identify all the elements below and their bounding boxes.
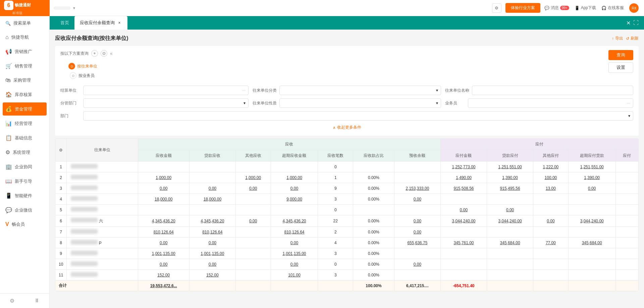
ap_amount-cell[interactable]: 0.00 <box>440 205 487 215</box>
scheme-item-partner[interactable]: ⊙ 按往来单位 <box>68 61 633 71</box>
ap_loan-cell[interactable]: 0.00 <box>487 205 533 215</box>
ar_overdue-cell[interactable]: 0.00 <box>271 183 318 194</box>
ap_overdue-cell[interactable]: 345,684.00 <box>568 237 615 248</box>
filter-add-button[interactable]: + <box>91 50 98 57</box>
sidebar-item-corp[interactable]: 🏢 企业协同 <box>0 160 49 174</box>
ar_overdue-cell[interactable]: 101.00 <box>271 270 318 280</box>
tab-expand-icon[interactable]: ⛶ <box>633 20 639 26</box>
ar_count-cell[interactable]: 3 <box>318 248 353 259</box>
gear-button[interactable]: ⚙ <box>492 3 501 13</box>
ar_advance-cell[interactable]: 2,153,333.00 <box>394 183 440 194</box>
ar_amount-cell[interactable]: 152.00 <box>138 270 189 280</box>
filter-scheme-button[interactable]: ⊙ <box>101 50 107 57</box>
ar_loan-cell[interactable]: 810,126.64 <box>189 227 235 237</box>
ar_advance-cell[interactable]: 0.00 <box>394 194 440 205</box>
ar_overdue-cell[interactable]: 1,001,135.00 <box>271 248 318 259</box>
ar_advance-cell[interactable]: 0.00 <box>394 215 440 227</box>
ar_count-cell[interactable]: 3 <box>318 194 353 205</box>
ar_overdue-cell[interactable]: 4,345,436.20 <box>271 215 318 227</box>
partner-nature-select[interactable]: ▾ <box>279 98 441 108</box>
ar_count-cell[interactable]: 0 <box>318 205 353 215</box>
ap_other-cell[interactable]: 13.00 <box>533 183 569 194</box>
sidebar-collapse-icon[interactable]: ⏸ <box>34 298 40 304</box>
ap_other-cell[interactable]: 1,222.00 <box>533 162 569 172</box>
query-button[interactable]: 查询 <box>608 50 633 60</box>
scheme-item-salesperson[interactable]: ⊙ 按业务员 <box>68 71 633 80</box>
ar_count-cell[interactable]: 4 <box>318 237 353 248</box>
online-service-button[interactable]: 🎧 在线客服 <box>601 5 624 11</box>
th-setting[interactable]: ⚙ <box>55 139 67 162</box>
ar_amount-cell[interactable]: 0.00 <box>138 237 189 248</box>
ar_count-cell[interactable]: 22 <box>318 215 353 227</box>
ap_other-cell[interactable]: 0.00 <box>533 215 569 227</box>
ar_overdue-cell[interactable]: 810,126.64 <box>271 227 318 237</box>
ar_loan-cell[interactable]: 0.00 <box>189 237 235 248</box>
ar_ratio-cell[interactable]: 0.00% <box>353 227 394 237</box>
ap_overdue-cell[interactable]: 1,251,551.00 <box>568 162 615 172</box>
sidebar-item-wechat[interactable]: 💬 企业微信 <box>0 203 49 217</box>
ar_amount-cell[interactable]: 18,000.00 <box>138 194 189 205</box>
ar_ratio-cell[interactable]: 0.00% <box>353 270 394 280</box>
sidebar-item-sales[interactable]: 🛒 销售管理 <box>0 59 49 73</box>
ar_advance-cell[interactable]: 0.00 <box>394 259 440 270</box>
ar_count-cell[interactable]: 9 <box>318 183 353 194</box>
ap_overdue-cell[interactable]: 0.00 <box>568 183 615 194</box>
sidebar-item-system[interactable]: ⚙ 系统管理 <box>0 145 49 160</box>
ar_loan-cell[interactable]: 18,000.00 <box>189 194 235 205</box>
app-download-button[interactable]: 📱 App下载 <box>575 5 596 11</box>
sidebar-item-purchase[interactable]: 🛍 采购管理 <box>0 73 49 87</box>
ar_loan-cell[interactable]: 1,001,135.00 <box>189 248 235 259</box>
collapse-more-button[interactable]: ∧ 收起更多条件 <box>60 123 633 132</box>
ar_overdue-cell[interactable]: 0.00 <box>271 237 318 248</box>
ap_overdue-cell[interactable]: 3,044,240.00 <box>568 215 615 227</box>
ar_count-cell[interactable]: 0 <box>318 162 353 172</box>
ar_advance-cell[interactable]: 0.00 <box>394 227 440 237</box>
ar_advance-cell[interactable]: 655,636.75 <box>394 237 440 248</box>
sidebar-item-finance[interactable]: 💰 资金管理 <box>3 102 47 116</box>
ar_loan-cell[interactable]: 152.00 <box>189 270 235 280</box>
ar_count-cell[interactable]: 3 <box>318 270 353 280</box>
partner-category-select[interactable]: ▾ <box>279 86 441 95</box>
sidebar-item-marketing[interactable]: 📢 营销推广 <box>0 44 49 59</box>
ar_amount-cell[interactable]: 1,001,135.00 <box>138 248 189 259</box>
ap_amount-cell[interactable]: 345,761.00 <box>440 237 487 248</box>
ar_amount-cell[interactable]: 4,345,436.20 <box>138 215 189 227</box>
sidebar-item-device[interactable]: 📱 智能硬件 <box>0 188 49 203</box>
ar_overdue-cell[interactable]: 1,000.00 <box>271 172 318 183</box>
ar_count-cell[interactable]: 2 <box>318 227 353 237</box>
solution-button[interactable]: 体验行业方案 <box>505 3 540 13</box>
messages-button[interactable]: 💬 消息 99+ <box>544 5 569 11</box>
ar_loan-cell[interactable]: 0.00 <box>189 183 235 194</box>
ar_overdue-cell[interactable]: 9,000.00 <box>271 194 318 205</box>
ap_amount-cell[interactable]: 915,508.56 <box>440 183 487 194</box>
sidebar-item-vip[interactable]: V 畅会员 <box>0 217 49 231</box>
ap_amount-cell[interactable]: 1,252,773.00 <box>440 162 487 172</box>
ar_amount-cell[interactable]: 0.00 <box>138 183 189 194</box>
sidebar-item-ops[interactable]: 📊 经营管理 <box>0 116 49 131</box>
ar_other-cell[interactable]: 0.00 <box>235 183 271 194</box>
ap_loan-cell[interactable]: 915,495.56 <box>487 183 533 194</box>
ar_overdue-cell[interactable]: 0.00 <box>271 259 318 270</box>
sidebar-item-base[interactable]: 📋 基础信息 <box>0 131 49 145</box>
ap_loan-cell[interactable]: 1,390.00 <box>487 172 533 183</box>
ar_count-cell[interactable]: 1 <box>318 172 353 183</box>
setting-button[interactable]: 设置 <box>608 62 633 73</box>
refresh-button[interactable]: ↺ 刷新 <box>626 36 639 41</box>
ar_ratio-cell[interactable]: 0.00% <box>353 183 394 194</box>
ap_loan-cell[interactable]: 3,044,240.00 <box>487 215 533 227</box>
ar_loan-cell[interactable]: 4,345,436.20 <box>189 215 235 227</box>
ar_ratio-cell[interactable]: 0.00% <box>353 248 394 259</box>
ap_loan-cell[interactable]: 1,251,551.00 <box>487 162 533 172</box>
sidebar-item-search[interactable]: 搜索菜单 <box>0 16 49 30</box>
ar_count-cell[interactable]: 0 <box>318 259 353 270</box>
ap_overdue-cell[interactable]: 1,390.00 <box>568 172 615 183</box>
filter-collapse-button[interactable]: « <box>110 51 113 56</box>
ar_ratio-cell[interactable]: 0.00% <box>353 237 394 248</box>
tab-query[interactable]: 应收应付余额查询 × <box>74 16 127 30</box>
tab-close-window-icon[interactable]: ✕ <box>626 20 631 26</box>
ap_amount-cell[interactable]: 1,490.00 <box>440 172 487 183</box>
ar_loan-cell[interactable]: 0.00 <box>189 259 235 270</box>
sidebar-item-warehouse[interactable]: 🏠 库存核算 <box>0 87 49 102</box>
division-dept-select[interactable]: ▾ <box>83 98 249 108</box>
salesperson-input[interactable]: ··· <box>468 98 633 108</box>
